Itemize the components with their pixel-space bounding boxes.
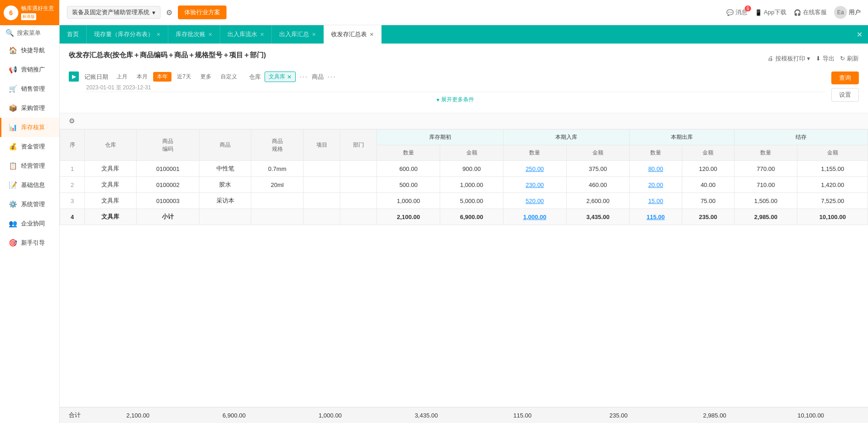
sidebar-item-purchase[interactable]: 📦 采购管理 (0, 99, 59, 118)
subtotal-out-amt: 235.00 (682, 209, 734, 225)
subtotal-out-qty[interactable]: 115.00 (630, 209, 682, 225)
table-toolbar: ⚙ (60, 113, 868, 129)
filter-collapse-button[interactable]: ▶ (69, 71, 79, 82)
expand-more-button[interactable]: ▾ 展开更多条件 (84, 92, 826, 107)
export-button[interactable]: ⬇ 导出 (816, 55, 835, 63)
tab-home[interactable]: 首页 (60, 25, 87, 44)
system-selector[interactable]: 装备及固定资产辅助管理系统 ▾ (67, 6, 160, 19)
total-in-amt: 3,435.00 (378, 412, 475, 419)
cell-in-qty[interactable]: 250.00 (503, 161, 566, 177)
column-settings-icon[interactable]: ⚙ (69, 117, 75, 125)
sidebar-item-quick-nav[interactable]: 🏠 快捷导航 (0, 41, 59, 60)
cell-goods: 胶水 (199, 177, 251, 193)
cell-out-qty[interactable]: 15.00 (630, 193, 682, 209)
print-button[interactable]: 🖨 按模板打印 ▾ (768, 55, 810, 63)
tab-close-batch-account[interactable]: ✕ (208, 32, 212, 38)
chevron-down-icon: ▾ (437, 97, 439, 103)
sidebar-item-sales[interactable]: 🛒 销售管理 (0, 79, 59, 99)
tabbar-close-button[interactable]: ✕ (851, 30, 868, 39)
cell-code: 0100003 (136, 193, 199, 209)
cell-out-qty[interactable]: 20.00 (630, 177, 682, 193)
goods-more-button[interactable]: ··· (327, 73, 336, 81)
warehouse-more-button[interactable]: ··· (299, 73, 308, 81)
col-in-qty: 数量 (503, 145, 566, 161)
sidebar-item-operation[interactable]: 📋 经营管理 (0, 156, 59, 176)
cell-opening-amt: 900.00 (440, 161, 503, 177)
sidebar: 6 畅库遇好生意 标准版 🔍 搜索菜单 🏠 快捷导航 📢 营销推广 🛒 销售管理… (0, 0, 60, 423)
tab-close-inout-summary[interactable]: ✕ (312, 32, 316, 38)
experience-button[interactable]: 体验行业方案 (178, 5, 227, 19)
shortcut-last-month[interactable]: 上月 (113, 72, 131, 82)
cell-bal-amt: 1,420.00 (797, 177, 868, 193)
sidebar-item-inventory[interactable]: 📊 库存核算 (0, 118, 59, 137)
tab-recv-send-summary[interactable]: 收发存汇总表 ✕ (324, 25, 381, 44)
printer-icon: 🖨 (768, 55, 774, 62)
sidebar-item-search[interactable]: 🔍 搜索菜单 (0, 25, 59, 41)
warehouse-tag-remove[interactable]: ✕ (287, 74, 292, 80)
user-menu[interactable]: Ea 用户 (834, 6, 861, 19)
cell-spec: 20ml (251, 177, 304, 193)
cell-in-qty[interactable]: 230.00 (503, 177, 566, 193)
sidebar-item-system[interactable]: ⚙️ 系统管理 (0, 195, 59, 214)
total-opening-amt: 6,900.00 (186, 412, 282, 419)
cell-dept (340, 161, 377, 177)
date-shortcuts: 上月 本月 本年 近7天 更多 自定义 (113, 72, 241, 82)
cell-out-qty[interactable]: 80.00 (630, 161, 682, 177)
total-cells: 2,100.00 6,900.00 1,000.00 3,435.00 115.… (90, 412, 859, 419)
cell-warehouse: 文具库 (85, 177, 137, 193)
tab-batch-account[interactable]: 库存批次账 ✕ (168, 25, 220, 44)
tab-close-inventory-dist[interactable]: ✕ (156, 32, 160, 38)
warehouse-tag: 文具库 ✕ (265, 71, 296, 82)
settings-icon[interactable]: ⚙ (166, 8, 172, 17)
cell-in-qty[interactable]: 520.00 (503, 193, 566, 209)
cell-out-amt: 120.00 (682, 161, 734, 177)
shortcut-this-month[interactable]: 本月 (133, 72, 151, 82)
col-in-amt: 金额 (566, 145, 630, 161)
shortcut-custom[interactable]: 自定义 (217, 72, 241, 82)
warehouse-label: 仓库 (249, 73, 261, 81)
data-table: 序 仓库 商品编码 商品 商品规格 项目 部门 库存期初 本期入库 本期出库 结… (60, 129, 868, 225)
phone-icon: 📱 (755, 9, 762, 16)
sidebar-item-marketing[interactable]: 📢 营销推广 (0, 60, 59, 79)
cell-project (304, 161, 340, 177)
cell-opening-qty: 500.00 (377, 177, 440, 193)
cell-code: 0100002 (136, 177, 199, 193)
messages-button[interactable]: 💬 消息 6 (726, 8, 747, 16)
shortcut-more[interactable]: 更多 (197, 72, 215, 82)
cell-num: 1 (60, 161, 85, 177)
filter-settings-button[interactable]: 设置 (831, 88, 859, 102)
sidebar-item-collab[interactable]: 👥 企业协同 (0, 214, 59, 233)
subtotal-in-qty[interactable]: 1,000.00 (503, 209, 566, 225)
purchase-icon: 📦 (9, 104, 17, 112)
logo-text: 畅库遇好生意 标准版 (21, 5, 54, 20)
headset-icon: 🎧 (794, 9, 801, 16)
shortcut-7days[interactable]: 近7天 (173, 72, 195, 82)
table-row: 1 文具库 0100001 中性笔 0.7mm 600.00 900.00 25… (60, 161, 868, 177)
subtotal-warehouse: 文具库 (85, 209, 137, 225)
col-out-qty: 数量 (630, 145, 682, 161)
cell-num: 2 (60, 177, 85, 193)
shortcut-this-year[interactable]: 本年 (153, 72, 171, 82)
sidebar-item-basic[interactable]: 📝 基础信息 (0, 176, 59, 195)
sidebar-item-guide[interactable]: 🎯 新手引导 (0, 233, 59, 253)
col-group-opening: 库存期初 (377, 130, 503, 145)
tab-inventory-dist[interactable]: 现存量（库存分布表） ✕ (87, 25, 168, 44)
tab-inout-summary[interactable]: 出入库汇总 ✕ (272, 25, 324, 44)
page-content: 收发存汇总表(按仓库＋商品编码＋商品＋规格型号＋项目＋部门) 🖨 按模板打印 ▾… (60, 44, 868, 423)
filter-area: 记账日期 上月 本月 本年 近7天 更多 自定义 仓库 文具库 (84, 71, 826, 107)
sidebar-item-finance[interactable]: 💰 资金管理 (0, 137, 59, 156)
tabbar: 首页 现存量（库存分布表） ✕ 库存批次账 ✕ 出入库流水 ✕ 出入库汇总 ✕ … (60, 25, 868, 44)
sales-icon: 🛒 (9, 85, 17, 93)
tab-inout-flow[interactable]: 出入库流水 ✕ (220, 25, 272, 44)
col-warehouse: 仓库 (85, 130, 137, 161)
query-button[interactable]: 查询 (831, 71, 859, 84)
app-download-button[interactable]: 📱 App下载 (755, 8, 786, 16)
tab-close-inout-flow[interactable]: ✕ (260, 32, 264, 38)
cell-bal-qty: 1,505.00 (734, 193, 797, 209)
refresh-button[interactable]: ↻ 刷新 (840, 55, 859, 63)
col-code: 商品编码 (136, 130, 199, 161)
online-service-button[interactable]: 🎧 在线客服 (794, 8, 827, 16)
tab-close-recv-send[interactable]: ✕ (370, 32, 374, 38)
sidebar-logo: 6 畅库遇好生意 标准版 (0, 0, 59, 25)
date-range-display: 2023-01-01 至 2023-12-31 (86, 84, 151, 91)
